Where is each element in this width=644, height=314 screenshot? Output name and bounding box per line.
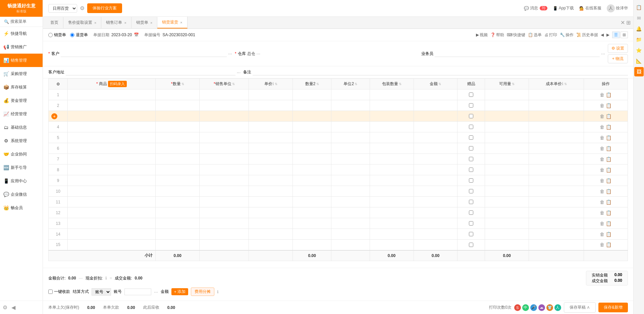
quantity-cell[interactable] (156, 197, 200, 207)
amount-cell[interactable] (414, 197, 458, 207)
print-btn[interactable]: 🖨 打印 (544, 32, 557, 38)
amount-cell[interactable] (414, 89, 458, 100)
pack-qty-cell[interactable] (370, 240, 414, 250)
grid-view-btn[interactable]: ☰ (612, 32, 620, 38)
quantity2-cell[interactable] (293, 218, 331, 229)
unit2-cell[interactable] (331, 100, 370, 111)
sales-unit-cell[interactable] (200, 111, 249, 122)
unit2-cell[interactable] (331, 218, 370, 229)
quantity2-cell[interactable] (293, 89, 331, 100)
right-icon-image[interactable]: 🖼 (634, 67, 644, 76)
next-record-btn[interactable]: ▶ (606, 33, 609, 37)
quantity2-cell[interactable] (293, 240, 331, 250)
copy-row-btn[interactable]: 📋 (606, 242, 611, 247)
icon-user[interactable]: 人 (554, 304, 561, 311)
amount-cell[interactable] (414, 175, 458, 186)
unit-price-cell[interactable] (249, 143, 293, 154)
col-settings-icon[interactable]: ⚙ (56, 82, 60, 86)
unit2-cell[interactable] (331, 175, 370, 186)
unit-price-cell[interactable] (249, 154, 293, 165)
sidebar-item-inventory[interactable]: 📦 库存核算 (0, 80, 43, 94)
address-select-btn[interactable]: ··· (237, 70, 241, 75)
unit-price-cell[interactable] (249, 132, 293, 143)
gift-checkbox[interactable] (469, 168, 473, 172)
gift-cell[interactable] (458, 165, 485, 175)
gift-checkbox[interactable] (469, 221, 473, 226)
logistics-side-btn[interactable]: + 物流 (608, 54, 628, 63)
amount-cell[interactable] (414, 111, 458, 122)
one-click-pay-checkbox[interactable]: 一键收款 (48, 289, 70, 295)
quantity2-cell[interactable] (293, 111, 331, 122)
unit-price-cell[interactable] (249, 165, 293, 175)
sales-unit-cell[interactable] (200, 165, 249, 175)
one-click-pay-input[interactable] (48, 290, 53, 294)
copy-row-btn[interactable]: 📋 (606, 114, 611, 119)
copy-row-btn[interactable]: 📋 (606, 124, 611, 130)
quantity-cell[interactable] (156, 175, 200, 186)
available-cell[interactable] (485, 154, 529, 165)
sales-unit-cell[interactable] (200, 100, 249, 111)
delete-row-btn[interactable]: 🗑 (600, 124, 604, 130)
unit2-cell[interactable] (331, 132, 370, 143)
operate-btn[interactable]: 🔧 操作 (560, 32, 574, 38)
sales-unit-cell[interactable] (200, 175, 249, 186)
account-select-btn[interactable]: ··· (154, 289, 158, 295)
gift-checkbox[interactable] (469, 189, 473, 193)
unit2-cell[interactable] (331, 122, 370, 132)
sidebar-bottom-gear[interactable]: ⚙ (3, 304, 7, 311)
prev-record-btn[interactable]: ◀ (601, 33, 604, 37)
account-input[interactable] (124, 289, 151, 295)
gift-checkbox[interactable] (469, 135, 473, 140)
available-cell[interactable] (485, 111, 529, 122)
help-btn[interactable]: ❓ 帮助 (490, 32, 504, 38)
unit2-cell[interactable] (331, 165, 370, 175)
icon-cloud[interactable]: ☁ (538, 304, 545, 311)
delete-row-btn[interactable]: 🗑 (600, 103, 604, 108)
product-cell[interactable] (68, 111, 156, 122)
amount-cell[interactable] (414, 229, 458, 240)
qty-sort-icon[interactable]: ⇅ (181, 82, 184, 86)
product-cell[interactable] (68, 175, 156, 186)
quantity-cell[interactable] (156, 132, 200, 143)
tab-sales-close[interactable]: × (150, 21, 152, 25)
right-icon-folder[interactable]: 📁 (634, 35, 644, 44)
gift-cell[interactable] (458, 100, 485, 111)
delete-row-btn[interactable]: 🗑 (600, 210, 604, 215)
sidebar-item-vip[interactable]: 👑 畅会员 (0, 201, 43, 214)
tab-return[interactable]: 销货退货 × (157, 17, 187, 28)
right-icon-mail[interactable]: ✉ (634, 13, 644, 23)
sidebar-search[interactable]: 🔍 搜索菜单 (0, 17, 43, 27)
sidebar-item-operation[interactable]: 📈 经营管理 (0, 107, 43, 121)
quantity2-cell[interactable] (293, 186, 331, 197)
tab-home[interactable]: 首页 (46, 17, 63, 28)
salesperson-select-btn[interactable]: ··· (601, 51, 605, 56)
gift-cell[interactable] (458, 186, 485, 197)
salesperson-input[interactable] (435, 51, 600, 57)
available-cell[interactable] (485, 122, 529, 132)
available-cell[interactable] (485, 175, 529, 186)
cost-price-cell[interactable] (529, 154, 584, 165)
gift-cell[interactable] (458, 154, 485, 165)
delete-row-btn[interactable]: 🗑 (600, 167, 604, 173)
sales-unit-cell[interactable] (200, 89, 249, 100)
sidebar-item-basic[interactable]: 🗂 基础信息 (0, 121, 43, 134)
sales-unit-cell[interactable] (200, 186, 249, 197)
cost-price-cell[interactable] (529, 122, 584, 132)
available-cell[interactable] (485, 186, 529, 197)
unit2-cell[interactable] (331, 186, 370, 197)
expense-split-btn[interactable]: 费用分摊 (191, 288, 214, 296)
sales-unit-cell[interactable] (200, 154, 249, 165)
unit2-cell[interactable] (331, 240, 370, 250)
unit-price-cell[interactable] (249, 175, 293, 186)
quantity-cell[interactable] (156, 154, 200, 165)
right-icon-clipboard[interactable]: 📋 (634, 3, 644, 12)
radio-return-input[interactable] (70, 33, 74, 37)
delete-row-btn[interactable]: 🗑 (600, 146, 604, 151)
gift-checkbox[interactable] (469, 92, 473, 97)
amount-cell[interactable] (414, 143, 458, 154)
right-icon-ruler[interactable]: 📐 (634, 56, 644, 66)
gift-cell[interactable] (458, 143, 485, 154)
pack-qty-cell[interactable] (370, 229, 414, 240)
available-cell[interactable] (485, 197, 529, 207)
gift-checkbox[interactable] (469, 232, 473, 236)
